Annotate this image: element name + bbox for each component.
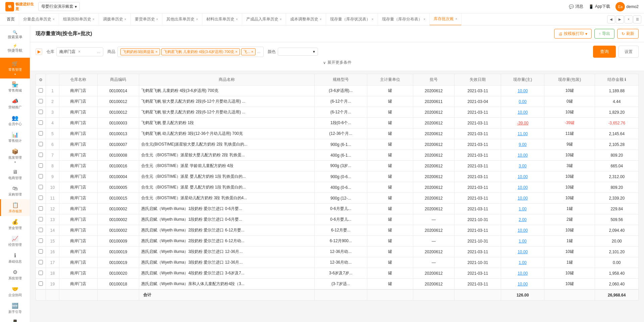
td-qty-main[interactable]: 1.00 [501, 204, 544, 214]
sidebar-item-basic-info[interactable]: ℹ 基础信息 [0, 250, 30, 266]
sidebar-item-retail-mgmt[interactable]: 🛒 零售管理 ▾ [0, 58, 30, 78]
row-checkbox[interactable] [39, 131, 43, 136]
qty-link[interactable]: 1.00 [519, 239, 527, 244]
close-icon[interactable]: × [372, 17, 374, 21]
td-qty-main[interactable]: 2.00 [501, 214, 544, 225]
sidebar-item-retail-shop[interactable]: 🏪 零售商城 [0, 78, 30, 95]
tag-close-0[interactable]: × [155, 50, 157, 54]
tab-batch-ledger[interactable]: 库存批次账 × [430, 13, 462, 25]
row-checkbox[interactable] [39, 260, 43, 264]
sidebar-item-inventory-check[interactable]: 📋 库存核算 [0, 199, 30, 216]
close-icon[interactable]: × [93, 17, 95, 21]
tag-close-2[interactable]: × [251, 50, 253, 54]
sidebar-item-system-mgmt[interactable]: ⚙ 系统管理 [0, 266, 30, 283]
query-btn[interactable]: 查询 [593, 46, 616, 58]
qty-link[interactable]: 1.00 [519, 260, 527, 265]
td-qty-main[interactable]: 10.00 [501, 86, 544, 96]
messages-btn[interactable]: 💬 消息 [569, 4, 583, 9]
td-qty-main[interactable]: 9.00 [501, 139, 544, 150]
td-qty-main[interactable]: 10.00 [501, 193, 544, 204]
close-icon[interactable]: × [455, 17, 457, 21]
nav-menu[interactable]: ☰ [633, 15, 641, 23]
qty-link[interactable]: 3.00 [519, 164, 527, 168]
row-checkbox[interactable] [39, 238, 43, 243]
sidebar-item-marketing[interactable]: 📣 营销推广 [0, 95, 30, 112]
row-checkbox[interactable] [39, 281, 43, 286]
qty-link[interactable]: 9.00 [519, 142, 527, 147]
sidebar-item-ops-mgmt[interactable]: 📈 经营管理 [0, 233, 30, 250]
row-checkbox[interactable] [39, 142, 43, 146]
qty-link[interactable]: 10.00 [518, 282, 528, 286]
row-checkbox[interactable] [39, 110, 43, 114]
qty-link[interactable]: 10.00 [518, 110, 528, 115]
sidebar-item-enterprise-collab[interactable]: 🤝 企业协同 [0, 283, 30, 300]
template-print-btn[interactable]: 🖨 按模板打印 ▾ [554, 29, 592, 39]
sidebar-item-retail-stats[interactable]: 📊 零售统计 [0, 129, 30, 146]
row-checkbox[interactable] [39, 88, 43, 93]
qty-link[interactable]: 10.00 [518, 89, 528, 93]
row-checkbox[interactable] [39, 174, 43, 178]
product-input[interactable]: 飞鹤奶粉3段两提装 × 飞鹤星飞帆 儿童奶粉 4段(3-6岁适用) 700克 ×… [117, 47, 264, 57]
td-qty-main[interactable]: 1.00 [501, 236, 544, 247]
org-selector[interactable]: 母婴行业演示账套 ▾ [38, 2, 80, 11]
sidebar-item-new-guide[interactable]: 🆕 新手引导 [0, 300, 30, 317]
row-checkbox[interactable] [39, 228, 43, 232]
tab-requisition[interactable]: 要货单历史 × [131, 13, 163, 25]
sidebar-item-finance-mgmt[interactable]: 💰 资金管理 [0, 216, 30, 233]
qty-link[interactable]: 10.00 [518, 153, 528, 158]
user-menu[interactable]: Ea demo2 [615, 2, 639, 11]
td-qty-main[interactable]: 10.00 [501, 225, 544, 236]
td-qty-main[interactable]: -39.00 [501, 118, 544, 128]
row-checkbox[interactable] [39, 206, 43, 211]
qty-link[interactable]: 1.00 [519, 207, 527, 211]
tab-pickup[interactable]: 调拨单历史 × [99, 13, 131, 25]
close-icon[interactable]: × [156, 17, 158, 21]
app-download-btn[interactable]: 📱 App下载 [589, 4, 610, 9]
row-checkbox[interactable] [39, 153, 43, 157]
row-checkbox[interactable] [39, 196, 43, 200]
close-icon[interactable]: × [196, 17, 198, 21]
nav-next[interactable]: ▶ [616, 15, 624, 23]
color-input[interactable]: ▾ [278, 48, 318, 56]
td-qty-main[interactable]: 10.00 [501, 171, 544, 182]
th-settings[interactable]: ⚙ [36, 74, 46, 86]
qty-link[interactable]: 10.00 [518, 228, 528, 233]
sidebar-search[interactable]: 🔍 搜索菜单 [0, 28, 30, 42]
tab-other-outbound[interactable]: 其他出库单历史 × [162, 13, 202, 25]
td-qty-main[interactable]: 11.00 [501, 128, 544, 139]
expand-btn[interactable]: ▶ [36, 48, 42, 55]
tab-material-outbound[interactable]: 材料出库单历史 × [202, 13, 242, 25]
nav-prev[interactable]: ◀ [607, 15, 615, 23]
close-icon[interactable]: × [124, 17, 126, 21]
nav-close[interactable]: × [625, 15, 633, 23]
row-checkbox[interactable] [39, 185, 43, 189]
product-tag-0[interactable]: 飞鹤奶粉3段两提装 × [120, 48, 160, 55]
td-qty-main[interactable]: 10.00 [501, 247, 544, 257]
row-checkbox[interactable] [39, 271, 43, 275]
tab-cost-adjustment[interactable]: 成本调整单历史 × [286, 13, 326, 25]
td-qty-main[interactable]: 10.00 [501, 150, 544, 161]
sidebar-item-wholesale-mgmt[interactable]: 📦 批发管理 ▾ [0, 146, 30, 166]
tab-inventory-status[interactable]: 现存量（库存状况表） × [326, 13, 378, 25]
tab-product-inbound[interactable]: 产成品入库单历史 × [242, 13, 286, 25]
td-qty-main[interactable]: 1.00 [501, 257, 544, 268]
sidebar-item-purchase-mgmt[interactable]: 🛍 采购管理 [0, 183, 30, 199]
settings-icon[interactable]: ⚙ [39, 77, 43, 82]
td-qty-main[interactable]: 10.00 [501, 279, 544, 290]
tab-inventory-distribution[interactable]: 现存量（库存分布表） × [378, 13, 430, 25]
warehouse-input[interactable]: 南岸门店 × ... [56, 47, 103, 56]
td-qty-main[interactable]: 10.00 [501, 182, 544, 193]
qty-link[interactable]: 2.00 [519, 217, 527, 222]
warehouse-close-icon[interactable]: × [78, 49, 80, 54]
refresh-btn[interactable]: ↻ 刷新 [617, 29, 639, 39]
close-icon[interactable]: × [424, 17, 426, 21]
qty-link[interactable]: 10.00 [518, 185, 528, 190]
td-qty-main[interactable]: 10.00 [501, 107, 544, 118]
close-icon[interactable]: × [280, 17, 282, 21]
row-checkbox[interactable] [39, 217, 43, 221]
qty-link[interactable]: 0.00 [519, 99, 527, 104]
sidebar-item-app-center[interactable]: 📱 应用中心 [0, 317, 30, 322]
td-qty-main[interactable]: 3.00 [501, 161, 544, 171]
sidebar-nav[interactable]: ⚡ 快捷导航 [0, 42, 30, 55]
row-checkbox[interactable] [39, 99, 43, 103]
